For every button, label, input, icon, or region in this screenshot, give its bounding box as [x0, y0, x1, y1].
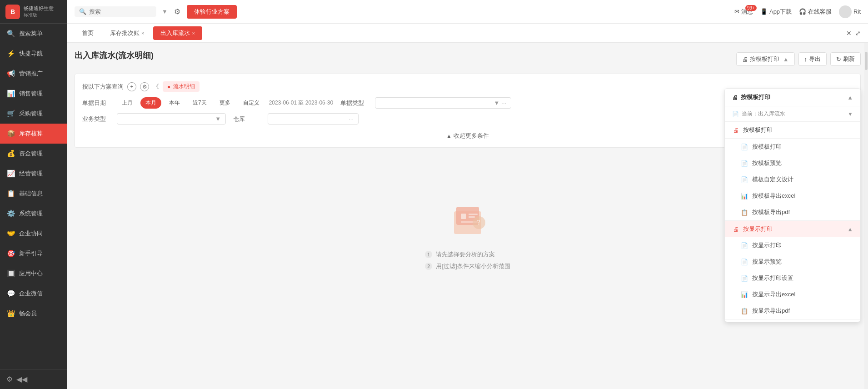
template-export-excel-item[interactable]: 📊 按模板导出excel	[725, 188, 860, 204]
filter-tag-icon: ●	[167, 84, 170, 90]
tab-close-all-icon[interactable]: ✕	[846, 30, 852, 37]
export-button[interactable]: ↑ 导出	[798, 52, 827, 66]
tabbar: 首页 库存批次账 × 出入库流水 × ✕ ⤢	[67, 24, 868, 43]
step-2-num: 2	[425, 263, 432, 270]
tab-maximize-icon[interactable]: ⤢	[855, 30, 861, 37]
refresh-label: 刷新	[843, 55, 855, 63]
collapse-conditions-button[interactable]: ▲ 收起更多条件	[446, 132, 489, 140]
sidebar-item-inventory[interactable]: 📦 库存核算	[0, 124, 67, 144]
display-preview-item-label: 按显示预览	[752, 258, 782, 266]
flow-detail-tag[interactable]: ● 流水明细	[163, 81, 200, 92]
filter-add-button[interactable]: +	[127, 82, 136, 91]
vip-icon: 👑	[6, 309, 15, 318]
filter-date-label: 单据日期	[82, 99, 110, 107]
filter-date-last-month[interactable]: 上月	[117, 97, 138, 109]
current-label-text: 当前：出入库流水	[742, 110, 785, 118]
sidebar-item-wechat[interactable]: 💬 企业微信	[0, 284, 67, 304]
display-export-excel-item[interactable]: 📊 按显示导出excel	[725, 286, 860, 303]
sidebar-item-vip[interactable]: 👑 畅会员	[0, 304, 67, 324]
sidebar-item-operation[interactable]: 📈 经营管理	[0, 164, 67, 184]
sidebar-label-collab: 企业协同	[19, 229, 43, 238]
dropdown-header-chevron[interactable]: ▲	[847, 94, 853, 101]
sidebar-item-marketing[interactable]: 📢 营销推广	[0, 64, 67, 84]
refresh-icon: ↻	[836, 56, 841, 63]
tab-flow[interactable]: 出入库流水 ×	[153, 26, 202, 40]
tab-home[interactable]: 首页	[75, 26, 101, 40]
filter-date-custom[interactable]: 自定义	[238, 97, 264, 109]
template-preview-item[interactable]: 📄 按模板预览	[725, 155, 860, 171]
app-logo: B 畅捷通好生意 标准版	[0, 0, 67, 24]
display-printer-icon: 🖨	[732, 225, 739, 233]
template-export-pdf-label: 按模板导出pdf	[752, 208, 790, 216]
user-avatar-button[interactable]: Rit	[839, 5, 861, 18]
filter-business-type-select[interactable]: ▼	[117, 113, 226, 125]
topbar-search-icon: 🔍	[79, 8, 86, 15]
dropdown-current-row: 📄 当前：出入库流水 ▼	[725, 106, 860, 122]
design-icon: 📄	[741, 176, 748, 183]
display-print-settings-item[interactable]: 📄 按显示打印设置	[725, 270, 860, 286]
online-service-button[interactable]: 🎧 在线客服	[799, 8, 832, 16]
refresh-button[interactable]: ↻ 刷新	[830, 52, 861, 66]
current-chevron: ▼	[848, 111, 853, 117]
tab-batch-close[interactable]: ×	[141, 30, 144, 36]
filter-voucher-type-select[interactable]: ▼ ···	[375, 97, 511, 109]
tab-batch[interactable]: 库存批次账 ×	[103, 26, 151, 40]
sidebar-item-sales[interactable]: 📊 销售管理	[0, 84, 67, 104]
finance-icon: 💰	[6, 149, 15, 158]
dropdown-scroll-area[interactable]: 🖨 按模板打印 📄 按模板打印 📄 按模板预览 📄	[725, 122, 860, 322]
display-print-item[interactable]: 📄 按显示打印	[725, 237, 860, 254]
display-print-section-header[interactable]: 🖨 按显示打印 ▲	[725, 221, 860, 237]
topbar-search-box[interactable]: 🔍	[75, 6, 156, 17]
sidebar-item-collab[interactable]: 🤝 企业协同	[0, 224, 67, 244]
template-print-section-header[interactable]: 🖨 按模板打印	[725, 122, 860, 138]
pdf-icon-2: 📋	[741, 308, 748, 314]
sidebar-scroll: 🔍 搜索菜单 ⚡ 快捷导航 📢 营销推广 📊 销售管理 🛒 采购管理 📦 库存核…	[0, 24, 67, 369]
filter-date-this-month[interactable]: 本月	[140, 97, 161, 109]
industry-solution-button[interactable]: 体验行业方案	[187, 5, 237, 19]
content-area: 出入库流水(流水明细) 🖨 按模板打印 ▲ ↑ 导出 ↻ 刷新	[67, 43, 868, 389]
quicknav-icon: ⚡	[6, 49, 15, 58]
search-input[interactable]	[89, 8, 152, 15]
sidebar-label-operation: 经营管理	[19, 170, 43, 178]
topbar-gear-icon[interactable]: ⚙	[174, 7, 180, 16]
filter-business-chevron: ▼	[215, 115, 221, 122]
template-print-item[interactable]: 📄 按模板打印	[725, 139, 860, 155]
dropdown-footer[interactable]: ⚙ 设置默认功能 ▼	[725, 319, 860, 322]
sidebar-item-quicknav[interactable]: ⚡ 快捷导航	[0, 44, 67, 64]
sidebar-label-quicknav: 快捷导航	[19, 50, 43, 58]
sidebar-label-system: 系统管理	[19, 209, 43, 218]
template-print-button[interactable]: 🖨 按模板打印 ▲	[736, 52, 795, 66]
display-export-pdf-item[interactable]: 📋 按显示导出pdf	[725, 303, 860, 319]
sidebar-item-system[interactable]: ⚙️ 系统管理	[0, 204, 67, 224]
settings-bottom-icon[interactable]: ⚙	[6, 375, 13, 384]
apps-icon: 🔲	[6, 269, 15, 278]
collapse-sidebar-icon[interactable]: ◀◀	[16, 375, 27, 384]
topbar-search-chevron[interactable]: ▼	[162, 8, 168, 15]
sidebar-item-finance[interactable]: 💰 资金管理	[0, 144, 67, 164]
filter-date-this-year[interactable]: 本年	[164, 97, 185, 109]
tab-flow-close[interactable]: ×	[192, 30, 195, 36]
user-name: Rit	[853, 8, 861, 15]
tab-home-label: 首页	[82, 29, 94, 37]
sidebar-item-purchase[interactable]: 🛒 采购管理	[0, 104, 67, 124]
app-download-icon: 📱	[760, 8, 768, 15]
display-preview-item[interactable]: 📄 按显示预览	[725, 254, 860, 270]
filter-settings-button[interactable]: ⚙	[140, 82, 149, 91]
filter-date-7days[interactable]: 近7天	[188, 97, 212, 109]
sidebar-item-search[interactable]: 🔍 搜索菜单	[0, 24, 67, 44]
template-custom-design-item[interactable]: 📄 模板自定义设计	[725, 171, 860, 188]
filter-voucher-type-label: 单据类型	[340, 99, 368, 107]
sidebar-item-guide[interactable]: 🎯 新手引导	[0, 244, 67, 264]
sidebar-bottom: ⚙ ◀◀	[0, 369, 67, 389]
empty-state-icon: ?	[445, 198, 490, 243]
filter-warehouse-select[interactable]: ···	[268, 113, 359, 125]
empty-step-2: 2 用[过滤]条件来缩小分析范围	[425, 262, 510, 270]
message-button[interactable]: ✉ 消息 99+	[734, 8, 753, 16]
template-export-pdf-item[interactable]: 📋 按模板导出pdf	[725, 204, 860, 220]
sidebar-item-basic[interactable]: 📋 基础信息	[0, 184, 67, 204]
filter-date-more[interactable]: 更多	[215, 97, 235, 109]
sidebar-item-apps[interactable]: 🔲 应用中心	[0, 264, 67, 284]
app-download-button[interactable]: 📱 App下载	[760, 8, 792, 16]
doc-icon-1: 📄	[741, 144, 748, 150]
filter-collapse-icon[interactable]: 《	[153, 83, 159, 91]
